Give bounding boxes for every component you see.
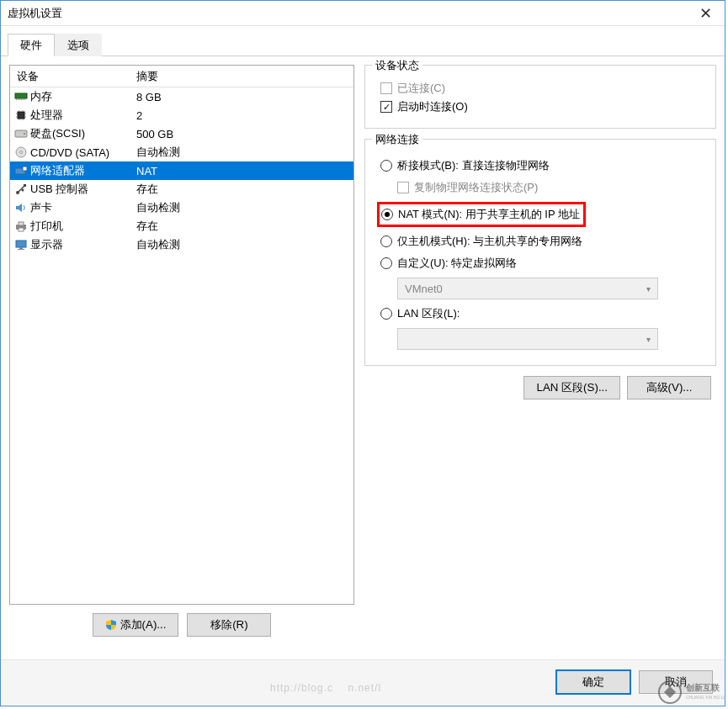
close-button[interactable]: ✕: [687, 1, 725, 25]
svg-rect-32: [18, 249, 24, 250]
svg-text:创新互联: 创新互联: [685, 683, 720, 692]
replicate-checkbox: [397, 182, 409, 193]
list-header: 设备 摘要: [10, 66, 353, 87]
watermark-logo: 创新互联 CHUANG XIN HU LIAN: [657, 679, 725, 706]
hostonly-radio-row[interactable]: 仅主机模式(H): 与主机共享的专用网络: [380, 234, 705, 249]
connected-checkbox-row: 已连接(C): [380, 81, 705, 96]
col-header-summary[interactable]: 摘要: [130, 69, 353, 84]
tab-row: 硬件 选项: [1, 33, 725, 56]
display-icon: [13, 238, 29, 251]
svg-rect-6: [24, 98, 25, 100]
row-disk[interactable]: 硬盘(SCSI) 500 GB: [10, 124, 353, 143]
row-label: 硬盘(SCSI): [30, 126, 130, 141]
row-summary: 500 GB: [130, 128, 353, 140]
svg-text:CHUANG XIN HU LIAN: CHUANG XIN HU LIAN: [686, 695, 725, 700]
add-button-label: 添加(A)...: [120, 617, 167, 632]
svg-rect-29: [19, 228, 24, 231]
svg-rect-21: [23, 167, 27, 171]
window-title: 虚拟机设置: [8, 6, 687, 21]
svg-rect-0: [15, 93, 27, 98]
row-label: 声卡: [30, 200, 130, 215]
hostonly-label: 仅主机模式(H): 与主机共享的专用网络: [397, 234, 582, 249]
printer-icon: [13, 220, 29, 233]
row-label: 显示器: [30, 237, 130, 252]
row-label: CD/DVD (SATA): [30, 146, 130, 159]
connected-label: 已连接(C): [397, 81, 445, 96]
custom-radio-row[interactable]: 自定义(U): 特定虚拟网络: [380, 256, 705, 271]
advanced-button[interactable]: 高级(V)...: [627, 376, 711, 399]
poweron-checkbox-row[interactable]: ✓ 启动时连接(O): [380, 99, 705, 114]
poweron-label: 启动时连接(O): [397, 99, 468, 114]
row-label: USB 控制器: [30, 182, 130, 197]
lan-radio-row[interactable]: LAN 区段(L):: [380, 306, 705, 321]
lan-label: LAN 区段(L):: [397, 306, 460, 321]
col-header-device[interactable]: 设备: [10, 69, 130, 84]
poweron-checkbox[interactable]: ✓: [380, 101, 392, 113]
svg-rect-5: [23, 98, 24, 100]
nat-highlight: NAT 模式(N): 用于共享主机的 IP 地址: [377, 202, 586, 227]
device-list: 设备 摘要 内存 8 GB 处理器 2 硬盘(SCSI) 500 GB: [9, 65, 354, 605]
row-summary: 自动检测: [130, 200, 353, 215]
row-display[interactable]: 显示器 自动检测: [10, 235, 353, 254]
row-summary: NAT: [130, 165, 353, 177]
usb-icon: [13, 183, 29, 196]
chevron-down-icon: ▾: [646, 284, 651, 294]
row-sound[interactable]: 声卡 自动检测: [10, 198, 353, 217]
left-pane: 设备 摘要 内存 8 GB 处理器 2 硬盘(SCSI) 500 GB: [9, 65, 354, 637]
bridged-radio-row[interactable]: 桥接模式(B): 直接连接物理网络: [380, 158, 705, 173]
bridged-radio[interactable]: [380, 160, 392, 172]
svg-rect-4: [21, 98, 22, 100]
nat-radio[interactable]: [381, 209, 393, 220]
row-usb[interactable]: USB 控制器 存在: [10, 180, 353, 198]
network-icon: [13, 164, 29, 177]
row-summary: 自动检测: [130, 237, 353, 252]
tab-options[interactable]: 选项: [55, 34, 102, 56]
vm-settings-window: 虚拟机设置 ✕ 硬件 选项 设备 摘要 内存 8 GB 处理器 2: [0, 0, 725, 706]
bottom-button-bar: 确定 取消: [1, 659, 725, 706]
svg-point-19: [20, 151, 23, 154]
lan-radio[interactable]: [380, 308, 392, 320]
add-button[interactable]: 添加(A)...: [93, 613, 179, 637]
nat-label: NAT 模式(N): 用于共享主机的 IP 地址: [398, 207, 580, 222]
row-label: 网络适配器: [30, 163, 130, 178]
bridged-label: 桥接模式(B): 直接连接物理网络: [397, 158, 550, 173]
network-connection-group: 网络连接 桥接模式(B): 直接连接物理网络 复制物理网络连接状态(P) NAT…: [364, 139, 716, 366]
row-summary: 自动检测: [130, 145, 353, 160]
svg-point-25: [22, 189, 24, 192]
svg-rect-30: [16, 241, 26, 247]
svg-rect-7: [18, 112, 24, 119]
svg-point-17: [24, 133, 25, 135]
connected-checkbox: [380, 82, 392, 94]
custom-radio[interactable]: [380, 257, 392, 269]
right-pane: 设备状态 已连接(C) ✓ 启动时连接(O) 网络连接 桥接模式(B): 直接连…: [364, 65, 716, 637]
lan-segments-button[interactable]: LAN 区段(S)...: [523, 376, 620, 399]
device-status-group: 设备状态 已连接(C) ✓ 启动时连接(O): [364, 65, 716, 129]
left-button-row: 添加(A)... 移除(R): [9, 613, 354, 637]
row-memory[interactable]: 内存 8 GB: [10, 87, 353, 106]
right-button-row: LAN 区段(S)... 高级(V)...: [364, 376, 716, 399]
row-label: 打印机: [30, 219, 130, 234]
row-cd[interactable]: CD/DVD (SATA) 自动检测: [10, 143, 353, 161]
group-title-net: 网络连接: [372, 132, 422, 147]
cpu-icon: [13, 108, 29, 122]
hostonly-radio[interactable]: [380, 235, 392, 247]
svg-rect-31: [19, 247, 23, 249]
memory-icon: [13, 90, 29, 103]
row-network[interactable]: 网络适配器 NAT: [10, 161, 353, 180]
chevron-down-icon: ▾: [646, 335, 651, 344]
svg-marker-26: [16, 204, 22, 212]
uac-shield-icon: [105, 619, 117, 631]
svg-rect-1: [16, 98, 17, 100]
sound-icon: [13, 201, 29, 214]
ok-button[interactable]: 确定: [556, 670, 630, 694]
content-area: 设备 摘要 内存 8 GB 处理器 2 硬盘(SCSI) 500 GB: [1, 56, 725, 645]
svg-rect-28: [19, 222, 24, 225]
replicate-checkbox-row: 复制物理网络连接状态(P): [397, 180, 705, 195]
custom-label: 自定义(U): 特定虚拟网络: [397, 256, 517, 271]
row-cpu[interactable]: 处理器 2: [10, 106, 353, 124]
group-title-status: 设备状态: [372, 58, 422, 73]
tab-hardware[interactable]: 硬件: [8, 34, 55, 56]
row-printer[interactable]: 打印机 存在: [10, 217, 353, 235]
remove-button[interactable]: 移除(R): [187, 613, 271, 637]
svg-rect-3: [19, 98, 20, 100]
